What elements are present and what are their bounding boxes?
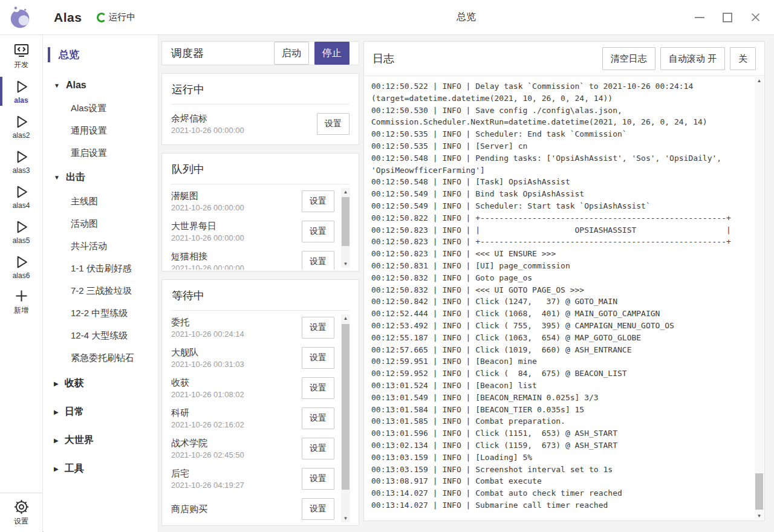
task-setting-button[interactable]: 设置 xyxy=(302,468,334,490)
log-line: 00:13:02.134 | INFO | Click (1159, 673) … xyxy=(371,440,745,452)
autoscroll-off-button[interactable]: 关 xyxy=(730,47,756,70)
sidebar-item-alas6[interactable]: alas6 xyxy=(0,249,42,284)
running-spinner-icon xyxy=(97,13,106,22)
task-setting-button[interactable]: 设置 xyxy=(302,251,334,270)
sidebar-item-新增[interactable]: 新增 xyxy=(0,284,42,319)
scrollbar-track[interactable] xyxy=(755,85,764,512)
log-line: 00:12:52.444 | INFO | Click (1068, 401) … xyxy=(371,308,745,320)
menu-group-Alas[interactable]: ▼Alas xyxy=(44,73,158,97)
start-button[interactable]: 启动 xyxy=(274,42,309,65)
sidebar-item-alas[interactable]: alas xyxy=(0,74,42,109)
scrollbar-up-arrow[interactable]: ▲ xyxy=(341,314,350,322)
menu-item-重启设置[interactable]: 重启设置 xyxy=(44,142,158,164)
autoscroll-on-button[interactable]: 自动滚动 开 xyxy=(660,47,725,70)
log-line: 00:12:50.535 | INFO | Scheduler: End tas… xyxy=(371,128,745,140)
log-line: 00:12:50.842 | INFO | Click (1247, 37) @… xyxy=(371,296,745,308)
menu-group-出击[interactable]: ▼出击 xyxy=(44,164,158,190)
log-line: 00:12:50.535 | INFO | [Server] cn xyxy=(371,140,745,152)
menu-group-label: 大世界 xyxy=(65,434,94,447)
menu-item-1-1 伏击刷好感[interactable]: 1-1 伏击刷好感 xyxy=(44,258,158,280)
task-setting-button[interactable]: 设置 xyxy=(302,221,334,242)
log-line: 00:12:50.823 | INFO | +-----------------… xyxy=(371,236,745,248)
task-info: 短猫相接2021-10-26 00:00:00 xyxy=(171,250,302,270)
sidebar-item-alas5[interactable]: alas5 xyxy=(0,214,42,249)
scrollbar-thumb[interactable] xyxy=(342,197,350,246)
menu-item-共斗活动[interactable]: 共斗活动 xyxy=(44,235,158,258)
scrollbar-up-arrow[interactable]: ▲ xyxy=(341,188,350,196)
task-info: 商店购买 xyxy=(171,502,302,516)
minimize-button[interactable] xyxy=(686,5,714,30)
close-button[interactable] xyxy=(741,5,769,30)
log-title: 日志 xyxy=(372,51,597,66)
sidebar-item-alas3[interactable]: alas3 xyxy=(0,144,42,179)
task-setting-button[interactable]: 设置 xyxy=(302,407,334,429)
log-line: 00:13:01.549 | INFO | [BEACON_REMAIN 0.0… xyxy=(371,392,745,404)
menu-item-总览[interactable]: 总览 xyxy=(44,47,158,63)
scrollbar[interactable]: ▲ ▼ xyxy=(341,188,350,268)
sidebar-item-settings[interactable]: 设置 xyxy=(0,493,42,532)
task-setting-button[interactable]: 设置 xyxy=(302,347,334,369)
scrollbar-thumb[interactable] xyxy=(755,473,763,510)
sidebar-item-label: alas6 xyxy=(13,271,30,280)
menu-item-主线图[interactable]: 主线图 xyxy=(44,190,158,213)
task-setting-button[interactable]: 设置 xyxy=(302,317,334,339)
menu-item-通用设置[interactable]: 通用设置 xyxy=(44,120,158,142)
chevron-right-icon: ▶ xyxy=(54,380,59,387)
running-section-title: 运行中 xyxy=(171,74,350,105)
scrollbar[interactable]: ▲ ▼ xyxy=(341,314,350,522)
menu-item-紧急委托刷钻石[interactable]: 紧急委托刷钻石 xyxy=(44,347,158,369)
scrollbar-thumb[interactable] xyxy=(342,324,350,489)
scrollbar-down-arrow[interactable]: ▼ xyxy=(341,514,350,522)
log-line: 00:13:08.917 | INFO | Combat execute xyxy=(371,475,745,487)
menu-group-工具[interactable]: ▶工具 xyxy=(44,455,158,483)
scrollbar-track[interactable] xyxy=(341,322,350,514)
task-info: 科研2021-10-26 02:16:02 xyxy=(171,406,302,430)
scrollbar-up-arrow[interactable]: ▲ xyxy=(755,77,764,85)
task-setting-button[interactable]: 设置 xyxy=(302,438,334,459)
task-setting-button[interactable]: 设置 xyxy=(302,190,334,212)
log-line: 00:12:50.823 | INFO | | OPSIASHASSIST | xyxy=(371,224,745,236)
sidebar-item-label: alas4 xyxy=(13,201,30,210)
scrollbar-down-arrow[interactable]: ▼ xyxy=(341,260,350,268)
page-title: 总览 xyxy=(457,11,476,24)
menu-item-12-2 中型练级[interactable]: 12-2 中型练级 xyxy=(44,302,158,325)
main-content: 调度器 启动 停止 运行中 余烬信标2021-10-26 00:00:00设置 … xyxy=(158,35,774,532)
menu-item-7-2 三战捡垃圾[interactable]: 7-2 三战捡垃圾 xyxy=(44,280,158,302)
task-setting-button[interactable]: 设置 xyxy=(302,498,334,520)
sidebar-item-alas2[interactable]: alas2 xyxy=(0,109,42,144)
running-task-list: 余烬信标2021-10-26 00:00:00设置 xyxy=(162,105,359,144)
menu-item-Alas设置[interactable]: Alas设置 xyxy=(44,97,158,120)
sidebar-item-alas4[interactable]: alas4 xyxy=(0,179,42,214)
menu-group-日常[interactable]: ▶日常 xyxy=(44,398,158,426)
task-next-run-time: 2021-10-26 02:16:02 xyxy=(171,420,302,430)
code-monitor-icon xyxy=(13,42,30,59)
scrollbar[interactable]: ▲ ▼ xyxy=(755,77,764,520)
log-header: 日志 清空日志 自动滚动 开 关 xyxy=(364,42,764,76)
task-next-run-time: 2021-10-26 01:08:02 xyxy=(171,389,302,400)
task-setting-button[interactable]: 设置 xyxy=(317,113,350,135)
maximize-button[interactable] xyxy=(714,5,741,30)
running-card: 运行中 余烬信标2021-10-26 00:00:00设置 xyxy=(161,73,359,145)
log-line: 00:12:53.492 | INFO | Click ( 755, 395) … xyxy=(371,320,745,332)
app-window: Alas 运行中 总览 开发alasalas2alas3alas4alas5al… xyxy=(0,0,774,532)
clear-log-button[interactable]: 清空日志 xyxy=(602,47,655,70)
menu-item-12-4 大型练级[interactable]: 12-4 大型练级 xyxy=(44,325,158,347)
task-row: 战术学院2021-10-26 02:45:50设置 xyxy=(171,433,334,464)
log-line: 00:13:01.596 | INFO | Click (1151, 653) … xyxy=(371,427,745,440)
play-icon xyxy=(13,79,30,95)
task-setting-button[interactable]: 设置 xyxy=(302,377,334,399)
stop-button[interactable]: 停止 xyxy=(314,42,350,65)
window-controls xyxy=(686,0,769,34)
menu-group-大世界[interactable]: ▶大世界 xyxy=(44,426,158,455)
titlebar: Alas 运行中 总览 xyxy=(0,0,774,35)
task-info: 大世界每日2021-10-26 00:00:00 xyxy=(171,219,302,244)
scrollbar-track[interactable] xyxy=(341,196,350,260)
menu-group-收获[interactable]: ▶收获 xyxy=(44,369,158,398)
task-row: 潜艇图2021-10-26 00:00:00设置 xyxy=(171,186,334,216)
menu-item-活动图[interactable]: 活动图 xyxy=(44,213,158,235)
waiting-section-title: 等待中 xyxy=(171,280,350,311)
scrollbar-down-arrow[interactable]: ▼ xyxy=(755,512,764,520)
sidebar-item-开发[interactable]: 开发 xyxy=(0,39,42,74)
sidebar-item-label: 新增 xyxy=(14,305,28,316)
task-next-run-time: 2021-10-26 00:00:00 xyxy=(171,233,302,244)
